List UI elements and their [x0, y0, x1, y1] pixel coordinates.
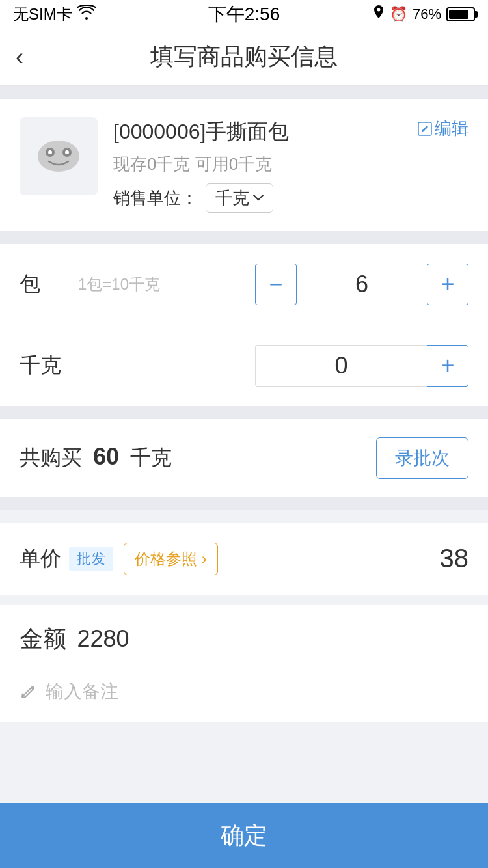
price-label: 单价 — [20, 545, 61, 573]
amount-label: 金额 — [20, 625, 66, 652]
status-bar: 无SIM卡 下午2:56 ⏰ 76% — [0, 0, 488, 29]
svg-point-5 — [65, 150, 69, 154]
bao-controls: − + — [255, 264, 468, 305]
separator-2 — [0, 231, 488, 244]
bao-input[interactable] — [297, 264, 427, 305]
unit-label: 销售单位： — [113, 187, 198, 210]
battery-icon — [446, 7, 475, 21]
confirm-button[interactable]: 确定 — [0, 803, 488, 868]
carrier-text: 无SIM卡 — [13, 4, 72, 25]
amount-section: 金额 2280 输入备注 — [0, 595, 488, 722]
kg-row: 千克 + — [0, 325, 488, 406]
svg-point-0 — [377, 8, 380, 12]
product-card: [0000006]手撕面包 编辑 现存0千克 可用0千克 销售单位： 千克 — [0, 99, 488, 231]
kg-input[interactable] — [255, 345, 427, 387]
status-left: 无SIM卡 — [13, 4, 96, 25]
product-thumbnail — [20, 117, 98, 195]
product-stock: 现存0千克 可用0千克 — [113, 153, 468, 176]
price-badge: 批发 — [69, 547, 113, 571]
edit-icon — [418, 122, 432, 136]
svg-point-4 — [48, 150, 52, 154]
note-row[interactable]: 输入备注 — [0, 666, 488, 722]
bao-row: 包 1包=10千克 − + — [0, 244, 488, 325]
product-unit-row: 销售单位： 千克 — [113, 183, 468, 213]
product-info: [0000006]手撕面包 编辑 现存0千克 可用0千克 销售单位： 千克 — [113, 117, 468, 213]
separator-4 — [0, 497, 488, 510]
alarm-icon: ⏰ — [390, 6, 407, 23]
wifi-icon — [77, 5, 96, 23]
pencil-icon — [20, 683, 38, 701]
page-title: 填写商品购买信息 — [150, 41, 338, 73]
total-amount: 60 — [93, 443, 119, 470]
location-icon — [373, 5, 385, 23]
price-value: 38 — [440, 544, 469, 573]
separator-1 — [0, 86, 488, 99]
note-placeholder: 输入备注 — [46, 679, 118, 704]
price-section: 单价 批发 价格参照 › 38 — [0, 523, 488, 595]
bao-hint: 1包=10千克 — [78, 274, 160, 295]
edit-link[interactable]: 编辑 — [418, 117, 468, 140]
bao-plus-button[interactable]: + — [427, 264, 468, 305]
form-section: 包 1包=10千克 − + 千克 + — [0, 244, 488, 406]
kg-plus-button[interactable]: + — [427, 345, 468, 387]
product-name: [0000006]手撕面包 — [113, 117, 289, 146]
nav-bar: ‹ 填写商品购买信息 — [0, 29, 488, 86]
separator-3 — [0, 406, 488, 419]
svg-point-1 — [38, 141, 79, 172]
bao-label: 包 — [20, 270, 72, 299]
total-text: 共购买 60 千克 — [20, 443, 172, 472]
confirm-button-label: 确定 — [221, 820, 267, 852]
bao-minus-button[interactable]: − — [255, 264, 297, 305]
battery-text: 76% — [413, 6, 441, 23]
amount-value: 2280 — [77, 625, 129, 652]
price-ref-button[interactable]: 价格参照 › — [124, 543, 218, 575]
kg-controls: + — [255, 345, 468, 387]
batch-button[interactable]: 录批次 — [376, 437, 468, 479]
product-logo-icon — [36, 138, 81, 174]
amount-row: 金额 2280 — [0, 605, 488, 655]
back-button[interactable]: ‹ — [16, 44, 23, 71]
status-right: ⏰ 76% — [373, 5, 475, 23]
chevron-down-icon — [253, 195, 264, 201]
unit-select[interactable]: 千克 — [206, 183, 273, 213]
status-time: 下午2:56 — [208, 2, 280, 27]
total-row: 共购买 60 千克 录批次 — [0, 419, 488, 497]
kg-label: 千克 — [20, 351, 72, 380]
